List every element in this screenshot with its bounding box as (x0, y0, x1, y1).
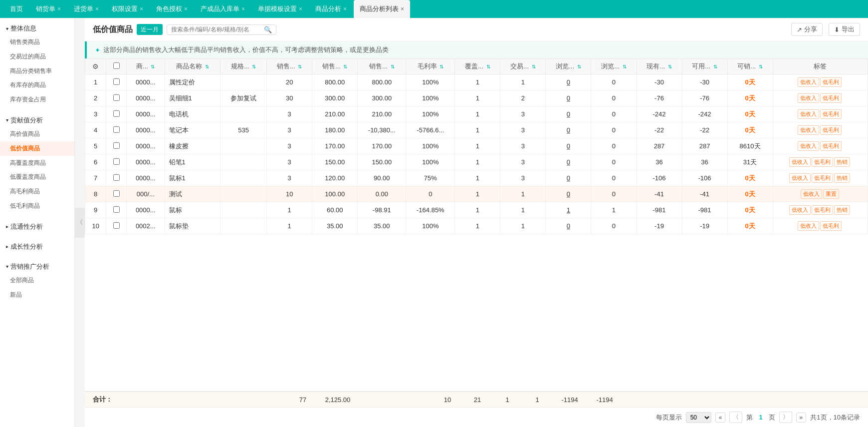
last-page-button[interactable]: » (796, 413, 807, 423)
row-checkbox[interactable] (113, 190, 120, 197)
sidebar-item-low-profit[interactable]: 低毛利商品 (0, 199, 74, 213)
cell-sale-profit: -10,380... (358, 122, 406, 138)
per-page-select[interactable]: 50 100 200 (686, 412, 711, 423)
nav-role-auth[interactable]: 角色授权 × (150, 0, 194, 18)
sidebar-group-title-circulation[interactable]: ▸ 流通性分析 (0, 219, 74, 233)
sidebar-group-title-contribution[interactable]: ▾ 贡献值分析 (0, 113, 74, 127)
browse-link[interactable]: 0 (567, 142, 570, 150)
sidebar-item-high-coverage[interactable]: 高覆盖度商品 (0, 156, 74, 170)
search-icon[interactable]: 🔍 (264, 26, 272, 33)
nav-close-role-auth[interactable]: × (184, 5, 188, 12)
sidebar-item-low-coverage[interactable]: 低覆盖度商品 (0, 170, 74, 184)
browse-link[interactable]: 0 (567, 110, 570, 118)
nav-product-analysis[interactable]: 商品分析 × (309, 0, 353, 18)
sidebar-item-high-profit[interactable]: 高毛利商品 (0, 184, 74, 199)
content-area: 低价值商品 近一月 🔍 ↗ 分享 ⬇ 导出 ✦ 这部分商品的销售收入大幅低于商品… (85, 18, 868, 427)
gear-button[interactable]: ⚙ (92, 62, 99, 70)
export-button[interactable]: ⬇ 导出 (829, 23, 860, 36)
nav-close-product-analysis[interactable]: × (343, 5, 347, 12)
table-row: 2 0000... 吴细细1 参加复试 30 300.00 300.00 100… (85, 90, 868, 106)
sidebar-group-title-marketing[interactable]: ▾ 营销推广分析 (0, 259, 74, 273)
row-checkbox[interactable] (113, 110, 120, 117)
cell-sale-qty: 1 (267, 202, 312, 218)
row-checkbox[interactable] (113, 222, 120, 229)
sidebar-item-new-products[interactable]: 新品 (0, 288, 74, 302)
col-sale-price: 销售... ⇅ (312, 59, 358, 74)
cell-available: -242 (682, 106, 727, 122)
search-input[interactable] (171, 26, 261, 33)
cell-spec (220, 74, 267, 90)
sidebar-item-sales-products[interactable]: 销售类商品 (0, 35, 74, 49)
col-checkbox[interactable] (106, 59, 126, 74)
sidebar-item-traded-products[interactable]: 交易过的商品 (0, 49, 74, 64)
sidebar-group-circulation: ▸ 流通性分析 (0, 216, 74, 236)
nav-close-template-settings[interactable]: × (299, 5, 302, 12)
period-button[interactable]: 近一月 (137, 24, 163, 35)
browse-link[interactable]: 0 (567, 78, 570, 86)
sidebar-item-inventory-capital[interactable]: 库存资金占用 (0, 92, 74, 107)
cell-checkbox[interactable] (106, 90, 126, 106)
sidebar-item-category-sales-rate[interactable]: 商品分类销售率 (0, 64, 74, 78)
cell-tags: 低收入低毛利 (773, 218, 868, 234)
row-checkbox[interactable] (113, 158, 120, 165)
col-browse1: 浏览... ⇅ (546, 59, 591, 74)
browse-link[interactable]: 0 (567, 174, 570, 182)
col-tags: 标签 (773, 59, 868, 74)
sidebar-group-title-overall[interactable]: ▾ 整体信息 (0, 21, 74, 35)
col-gear[interactable]: ⚙ (85, 59, 106, 74)
prev-page-button[interactable]: 〈 (729, 412, 742, 423)
cell-checkbox[interactable] (106, 170, 126, 186)
cell-checkbox[interactable] (106, 218, 126, 234)
tag: 热销 (834, 157, 850, 167)
search-box: 🔍 (167, 24, 276, 35)
nav-close-sales-order[interactable]: × (57, 5, 61, 12)
sidebar-item-all-products[interactable]: 全部商品 (0, 273, 74, 288)
cell-checkbox[interactable] (106, 154, 126, 170)
cell-name: 测试 (165, 186, 220, 202)
share-button[interactable]: ↗ 分享 (791, 23, 823, 36)
nav-purchase-order[interactable]: 进货单 × (68, 0, 105, 18)
nav-close-permissions[interactable]: × (140, 5, 143, 12)
select-all-checkbox[interactable] (113, 62, 120, 69)
next-page-button[interactable]: 〉 (779, 412, 792, 423)
cell-name: 笔记本 (165, 122, 220, 138)
sidebar-collapse-button[interactable]: 《 (75, 208, 85, 238)
row-checkbox[interactable] (113, 94, 120, 101)
cell-sale-price: 60.00 (312, 202, 358, 218)
cell-checkbox[interactable] (106, 138, 126, 154)
sidebar-item-high-value[interactable]: 高价值商品 (0, 127, 74, 141)
nav-permissions[interactable]: 权限设置 × (106, 0, 149, 18)
cell-browse1: 0 (546, 106, 591, 122)
row-checkbox[interactable] (113, 126, 120, 133)
cell-checkbox[interactable] (106, 122, 126, 138)
cell-checkbox[interactable] (106, 106, 126, 122)
nav-product-storage[interactable]: 产成品入库单 × (195, 0, 251, 18)
browse-link[interactable]: 0 (567, 158, 570, 166)
browse-link[interactable]: 0 (567, 126, 570, 134)
row-checkbox[interactable] (113, 174, 120, 181)
sidebar-group-title-growth[interactable]: ▸ 成长性分析 (0, 239, 74, 253)
row-checkbox[interactable] (113, 206, 120, 213)
chevron-down-icon: ▾ (6, 26, 8, 31)
row-checkbox[interactable] (113, 142, 120, 149)
browse-link[interactable]: 0 (567, 94, 570, 102)
nav-close-purchase-order[interactable]: × (95, 5, 99, 12)
nav-close-product-storage[interactable]: × (241, 5, 245, 12)
browse-link[interactable]: 0 (567, 222, 570, 230)
row-checkbox[interactable] (113, 78, 120, 85)
nav-template-settings[interactable]: 单据模板设置 × (252, 0, 308, 18)
nav-home[interactable]: 首页 (4, 0, 29, 18)
cell-code: 0000... (126, 154, 165, 170)
browse-link[interactable]: 1 (567, 206, 570, 214)
cell-spec (220, 170, 267, 186)
sidebar-item-low-value[interactable]: 低价值商品 (0, 141, 74, 156)
cell-checkbox[interactable] (106, 74, 126, 90)
browse-link[interactable]: 0 (567, 190, 570, 198)
sidebar-item-stocked-products[interactable]: 有库存的商品 (0, 78, 74, 92)
nav-close-product-analysis-list[interactable]: × (401, 5, 404, 12)
first-page-button[interactable]: « (715, 413, 726, 423)
nav-sales-order[interactable]: 销货单 × (30, 0, 67, 18)
cell-checkbox[interactable] (106, 202, 126, 218)
nav-product-analysis-list[interactable]: 商品分析列表 × (354, 0, 410, 18)
cell-checkbox[interactable] (106, 186, 126, 202)
